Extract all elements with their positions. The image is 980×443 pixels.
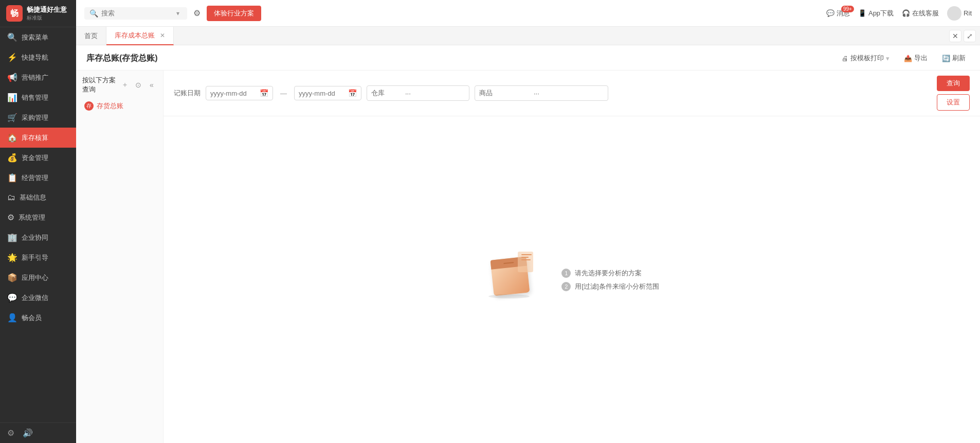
tab-close-icon[interactable]: ✕ bbox=[160, 32, 165, 39]
date-start-input[interactable]: 📅 bbox=[206, 86, 273, 100]
sidebar-item-sales[interactable]: 📊 销售管理 bbox=[0, 87, 76, 108]
page-title: 库存总账(存货总账) bbox=[86, 53, 158, 64]
industry-btn[interactable]: 体验行业方案 bbox=[207, 6, 261, 21]
filter-bar: 记账日期 📅 — 📅 仓库 ··· 商品 bbox=[164, 70, 980, 116]
hint-num-2: 2 bbox=[561, 282, 571, 291]
sidebar-item-label: 库存核算 bbox=[22, 133, 48, 143]
right-panel: 记账日期 📅 — 📅 仓库 ··· 商品 bbox=[164, 70, 980, 443]
version-label: 标准版 bbox=[27, 14, 67, 21]
sidebar-item-apps[interactable]: 📦 应用中心 bbox=[0, 268, 76, 288]
settings-footer-icon[interactable]: ⚙ bbox=[7, 428, 14, 438]
sidebar-item-system[interactable]: ⚙ 系统管理 bbox=[0, 207, 76, 227]
product-more-icon: ··· bbox=[534, 90, 539, 97]
topbar: 🔍 ▾ ⚙ 体验行业方案 💬 消息 99+ 📱 App下载 🎧 在线客服 Rit bbox=[76, 0, 980, 27]
tab-inventory-ledger-label: 库存成本总账 bbox=[115, 31, 155, 40]
scheme-header-actions: ＋ ⊙ « bbox=[120, 80, 157, 90]
warehouse-select[interactable]: 仓库 ··· bbox=[367, 85, 469, 101]
sidebar-footer: ⚙ 🔊 bbox=[0, 422, 76, 443]
message-icon: 💬 bbox=[826, 9, 834, 17]
date-end-field[interactable] bbox=[299, 90, 345, 97]
export-label: 导出 bbox=[914, 54, 928, 63]
online-service-label: 在线客服 bbox=[912, 9, 939, 18]
search-icon: 🔍 bbox=[7, 32, 17, 42]
export-btn[interactable]: 📤 导出 bbox=[900, 51, 932, 65]
operation-icon: 📋 bbox=[7, 173, 17, 183]
logo-text: 畅捷通好生意 标准版 bbox=[27, 6, 67, 21]
sales-icon: 📊 bbox=[7, 93, 17, 102]
print-btn[interactable]: 🖨 按模板打印 ▾ bbox=[838, 51, 894, 65]
hint-text-2: 用[过滤]条件来缩小分析范围 bbox=[575, 282, 659, 291]
collapse-scheme-icon[interactable]: « bbox=[147, 80, 157, 90]
brand-name: 畅捷通好生意 bbox=[27, 6, 67, 14]
basic-icon: 🗂 bbox=[7, 193, 15, 202]
sidebar-item-inventory[interactable]: 🏠 库存核算 bbox=[0, 128, 76, 148]
messages-item[interactable]: 💬 消息 99+ bbox=[826, 9, 850, 18]
export-icon: 📤 bbox=[904, 55, 912, 62]
product-select[interactable]: 商品 ··· bbox=[475, 85, 608, 101]
sidebar-item-label: 销售管理 bbox=[22, 93, 48, 102]
search-input[interactable] bbox=[101, 9, 173, 17]
warehouse-more-icon: ··· bbox=[405, 90, 411, 97]
date-start-field[interactable] bbox=[210, 90, 257, 97]
avatar bbox=[947, 6, 961, 21]
empty-hint-1: 1 请先选择要分析的方案 bbox=[561, 269, 659, 278]
tab-inventory-ledger[interactable]: 库存成本总账 ✕ bbox=[106, 27, 174, 45]
sidebar-item-newbie[interactable]: 🌟 新手引导 bbox=[0, 247, 76, 268]
query-button[interactable]: 查询 bbox=[937, 76, 970, 91]
enterprise-icon: 🏢 bbox=[7, 233, 17, 242]
quicknav-icon: ⚡ bbox=[7, 52, 17, 62]
newbie-icon: 🌟 bbox=[7, 253, 17, 262]
sidebar-item-enterprise[interactable]: 🏢 企业协同 bbox=[0, 227, 76, 247]
panel-close-button[interactable]: ✕ bbox=[949, 30, 961, 42]
sidebar-item-label: 应用中心 bbox=[22, 273, 48, 282]
search-magnifier-icon: 🔍 bbox=[89, 9, 98, 17]
sidebar-item-finance[interactable]: 💰 资金管理 bbox=[0, 148, 76, 168]
sidebar-item-label: 畅会员 bbox=[22, 313, 42, 323]
sidebar-item-operation[interactable]: 📋 经营管理 bbox=[0, 168, 76, 188]
sidebar-item-marketing[interactable]: 📢 营销推广 bbox=[0, 67, 76, 87]
online-service-item[interactable]: 🎧 在线客服 bbox=[902, 9, 939, 18]
settings-button[interactable]: 设置 bbox=[937, 94, 970, 111]
panel-expand-button[interactable]: ⤢ bbox=[964, 30, 976, 42]
sidebar-item-quicknav[interactable]: ⚡ 快捷导航 bbox=[0, 47, 76, 67]
scheme-panel-title: 按以下方案查询 bbox=[82, 76, 120, 94]
sidebar-item-label: 新手引导 bbox=[22, 253, 48, 262]
sound-footer-icon[interactable]: 🔊 bbox=[23, 428, 33, 438]
app-download-item[interactable]: 📱 App下载 bbox=[858, 9, 894, 18]
scheme-item-inventory-ledger[interactable]: 存 存货总账 bbox=[76, 97, 163, 115]
box-lines bbox=[521, 254, 532, 260]
chevron-down-icon: ▾ bbox=[176, 10, 179, 17]
gear-icon[interactable]: ⚙ bbox=[193, 8, 201, 18]
product-label: 商品 bbox=[479, 88, 493, 98]
calendar-start-icon[interactable]: 📅 bbox=[260, 89, 268, 97]
sidebar-item-label: 搜索菜单 bbox=[22, 33, 48, 42]
date-end-input[interactable]: 📅 bbox=[294, 86, 361, 100]
manage-scheme-icon[interactable]: ⊙ bbox=[133, 80, 143, 90]
sidebar-scroll: 🔍 搜索菜单 ⚡ 快捷导航 📢 营销推广 📊 销售管理 🛒 采购管理 🏠 库存核… bbox=[0, 27, 76, 422]
sidebar-item-purchase[interactable]: 🛒 采购管理 bbox=[0, 108, 76, 128]
marketing-icon: 📢 bbox=[7, 73, 17, 82]
calendar-end-icon[interactable]: 📅 bbox=[348, 89, 357, 97]
member-icon: 👤 bbox=[7, 313, 17, 323]
inventory-icon: 🏠 bbox=[7, 133, 17, 143]
page-header: 库存总账(存货总账) 🖨 按模板打印 ▾ 📤 导出 🔄 刷新 bbox=[76, 45, 980, 70]
sidebar-item-member[interactable]: 👤 畅会员 bbox=[0, 308, 76, 328]
purchase-icon: 🛒 bbox=[7, 113, 17, 122]
scheme-item-label: 存货总账 bbox=[97, 101, 123, 111]
sidebar-item-label: 企业协同 bbox=[22, 233, 48, 242]
date-field-label: 记账日期 bbox=[174, 88, 201, 98]
sidebar-item-search[interactable]: 🔍 搜索菜单 bbox=[0, 27, 76, 47]
sidebar-item-label: 资金管理 bbox=[22, 153, 48, 163]
tab-home[interactable]: 首页 bbox=[76, 27, 106, 45]
sidebar-item-wechat[interactable]: 💬 企业微信 bbox=[0, 288, 76, 308]
topbar-search-box[interactable]: 🔍 ▾ bbox=[84, 7, 187, 20]
sidebar-logo: 畅 畅捷通好生意 标准版 bbox=[0, 0, 76, 27]
sidebar-item-basic[interactable]: 🗂 基础信息 bbox=[0, 188, 76, 207]
user-profile[interactable]: Rit bbox=[947, 6, 972, 21]
refresh-btn[interactable]: 🔄 刷新 bbox=[938, 51, 970, 65]
sidebar-item-label: 系统管理 bbox=[19, 213, 45, 222]
messages-badge: 99+ bbox=[841, 6, 854, 12]
system-icon: ⚙ bbox=[7, 212, 14, 222]
add-scheme-icon[interactable]: ＋ bbox=[120, 80, 130, 90]
scheme-panel-header: 按以下方案查询 ＋ ⊙ « bbox=[76, 70, 163, 97]
